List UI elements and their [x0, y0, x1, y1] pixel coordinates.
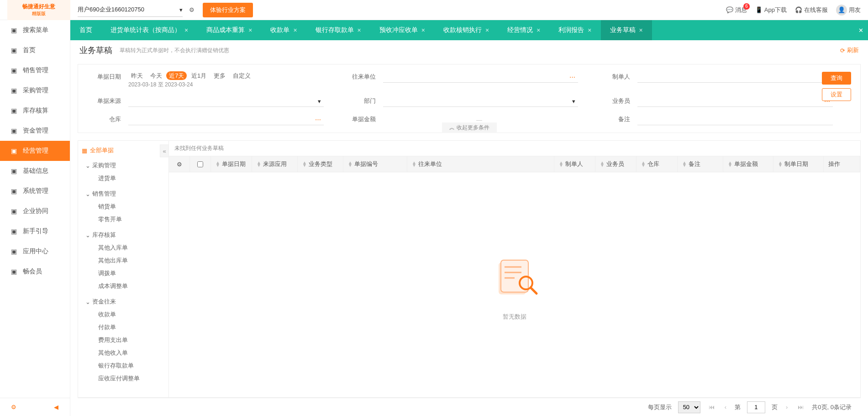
- tab[interactable]: 进货单统计表（按商品）×: [101, 20, 197, 40]
- tab[interactable]: 商品成本重算×: [197, 20, 261, 40]
- tab[interactable]: 经营情况×: [498, 20, 549, 40]
- page-last-button[interactable]: ⏭: [796, 404, 805, 411]
- sidebar-item-biz[interactable]: ▣经营管理: [0, 141, 70, 161]
- close-icon[interactable]: ×: [639, 27, 643, 34]
- page-input[interactable]: [747, 401, 765, 413]
- tree-leaf[interactable]: 费用支出单: [85, 334, 165, 347]
- page-prev-button[interactable]: ‹: [723, 404, 728, 411]
- tab[interactable]: 利润报告×: [549, 20, 600, 40]
- tree-group[interactable]: ⌄资金往来: [85, 295, 165, 308]
- close-icon[interactable]: ×: [248, 27, 252, 34]
- column-header[interactable]: ▲▼往来单位: [407, 156, 554, 172]
- sidebar-item-stock[interactable]: ▣库存核算: [0, 101, 70, 121]
- sales-input[interactable]: ⋯: [637, 96, 833, 107]
- date-yesterday[interactable]: 昨天: [128, 71, 146, 80]
- column-header[interactable]: ▲▼仓库: [637, 156, 678, 172]
- sidebar-item-sys[interactable]: ▣系统管理: [0, 181, 70, 201]
- page-first-button[interactable]: ⏮: [707, 404, 716, 411]
- sidebar-item-search[interactable]: ▣搜索菜单: [0, 20, 70, 40]
- setting-button[interactable]: 设置: [822, 88, 851, 101]
- tree-leaf[interactable]: 银行存取款单: [85, 359, 165, 372]
- experience-button[interactable]: 体验行业方案: [203, 3, 253, 17]
- tree-leaf[interactable]: 进货单: [85, 172, 165, 185]
- tree-leaf[interactable]: 成本调整单: [85, 280, 165, 293]
- column-header[interactable]: ▲▼单据日期: [211, 156, 252, 172]
- tree-group[interactable]: ⌄销售管理: [85, 187, 165, 200]
- gear-icon[interactable]: ⚙: [10, 404, 17, 411]
- close-icon[interactable]: ×: [588, 27, 591, 34]
- tree-collapse-button[interactable]: «: [160, 144, 169, 157]
- column-header[interactable]: ▲▼业务员: [595, 156, 637, 172]
- tree-leaf[interactable]: 其他出库单: [85, 254, 165, 267]
- column-header[interactable]: ▲▼制单日期: [773, 156, 824, 172]
- tree-group[interactable]: ⌄库存核算: [85, 229, 165, 241]
- tree-leaf[interactable]: 付款单: [85, 321, 165, 334]
- close-icon[interactable]: ×: [358, 27, 361, 34]
- collapse-icon[interactable]: ◀: [53, 404, 60, 411]
- sidebar-item-base[interactable]: ▣基础信息: [0, 161, 70, 181]
- column-header[interactable]: ▲▼业务类型: [298, 156, 343, 172]
- sidebar-item-guide[interactable]: ▣新手引导: [0, 221, 70, 241]
- tree-leaf[interactable]: 收款单: [85, 308, 165, 321]
- close-icon[interactable]: ×: [421, 27, 425, 34]
- sidebar-item-sales[interactable]: ▣销售管理: [0, 60, 70, 80]
- date-custom[interactable]: 自定义: [230, 71, 253, 80]
- remark-input[interactable]: [637, 114, 833, 125]
- close-icon[interactable]: ×: [537, 27, 540, 34]
- column-settings[interactable]: ⚙: [169, 156, 190, 172]
- maker-input[interactable]: ▾: [637, 72, 833, 83]
- close-icon[interactable]: ×: [485, 27, 489, 34]
- sidebar-item-app[interactable]: ▣应用中心: [0, 241, 70, 261]
- partner-input[interactable]: ⋯: [383, 72, 579, 83]
- select-all-checkbox[interactable]: [190, 156, 211, 172]
- tree-leaf[interactable]: 调拨单: [85, 267, 165, 280]
- date-more[interactable]: 更多: [211, 71, 228, 80]
- dept-input[interactable]: ▾: [383, 96, 579, 107]
- tab[interactable]: 收款核销执行×: [434, 20, 498, 40]
- tree-leaf[interactable]: 其他收入单: [85, 347, 165, 359]
- tree-leaf[interactable]: 应收应付调整单: [85, 372, 165, 385]
- user-menu[interactable]: 👤 用友: [836, 5, 861, 16]
- column-header[interactable]: ▲▼单据编号: [343, 156, 407, 172]
- column-header[interactable]: ▲▼来源应用: [252, 156, 298, 172]
- close-all-tabs-icon[interactable]: ✕: [858, 20, 863, 40]
- close-icon[interactable]: ×: [293, 27, 297, 34]
- tree-group[interactable]: ⌄采购管理: [85, 159, 165, 172]
- column-header[interactable]: ▲▼备注: [678, 156, 723, 172]
- sidebar-item-vip[interactable]: ▣畅会员: [0, 261, 70, 282]
- column-header[interactable]: ▲▼制单人: [554, 156, 595, 172]
- org-selector[interactable]: 用户690企业1660120750 ▾: [78, 3, 183, 17]
- search-button[interactable]: 查询: [822, 72, 851, 85]
- download-link[interactable]: 📱 App下载: [755, 6, 787, 14]
- sidebar-item-purchase[interactable]: ▣采购管理: [0, 80, 70, 101]
- per-page-select[interactable]: 50: [678, 401, 700, 413]
- tree-leaf[interactable]: 零售开单: [85, 213, 165, 226]
- sidebar-item-coop[interactable]: ▣企业协同: [0, 201, 70, 221]
- tab[interactable]: 预收冲应收单×: [370, 20, 434, 40]
- column-header[interactable]: ▲▼单据金额: [723, 156, 773, 172]
- checkbox[interactable]: [197, 161, 203, 167]
- date-7days[interactable]: 近7天: [166, 71, 187, 80]
- gear-icon[interactable]: ⚙: [188, 6, 195, 14]
- tab[interactable]: 首页: [70, 20, 101, 40]
- warehouse-input[interactable]: ⋯: [128, 114, 324, 125]
- source-input[interactable]: ▾: [128, 96, 324, 107]
- support-link[interactable]: 🎧 在线客服: [795, 6, 828, 14]
- column-header[interactable]: 操作: [824, 156, 860, 172]
- filter-toggle[interactable]: ︽ 收起更多条件: [442, 123, 497, 133]
- close-icon[interactable]: ×: [184, 27, 188, 34]
- tree-leaf[interactable]: 其他入库单: [85, 241, 165, 254]
- tab[interactable]: 银行存取款单×: [306, 20, 370, 40]
- date-today[interactable]: 今天: [147, 71, 165, 80]
- sidebar-item-home[interactable]: ▣首页: [0, 40, 70, 60]
- tree-leaf[interactable]: 销货单: [85, 200, 165, 213]
- messages-link[interactable]: 💬 消息 6: [726, 6, 747, 14]
- tab[interactable]: 收款单×: [261, 20, 306, 40]
- refresh-button[interactable]: ⟳ 刷新: [840, 46, 859, 54]
- tree-title[interactable]: ▦ 全部单据: [82, 146, 165, 155]
- page-next-button[interactable]: ›: [784, 404, 789, 411]
- tab[interactable]: 业务草稿×: [601, 20, 652, 40]
- date-1month[interactable]: 近1月: [189, 71, 209, 80]
- column-label: 单据编号: [354, 160, 378, 168]
- sidebar-item-fund[interactable]: ▣资金管理: [0, 121, 70, 141]
